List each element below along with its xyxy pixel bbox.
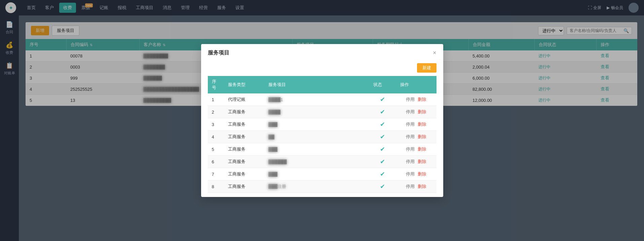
modal-cell-action: 停用 删除 [396, 168, 437, 180]
modal-cell-seq: 6 [208, 156, 224, 168]
modal-cell-action: 停用 删除 [396, 118, 437, 131]
modal-title: 服务项目 [208, 49, 229, 56]
modal-header-row: 序号 服务类型 服务项目 状态 操作 [208, 76, 437, 93]
disable-button[interactable]: 停用 [406, 134, 415, 139]
modal-cell-type: 工商服务 [224, 106, 264, 118]
modal-cell-action: 停用 删除 [396, 156, 437, 168]
modal-cell-seq: 7 [208, 168, 224, 180]
modal-table-row: 3 工商服务 ███ ✔ 停用 删除 [208, 118, 437, 131]
modal-cell-item: ████ [264, 106, 369, 118]
modal-cell-action: 停用 删除 [396, 143, 437, 156]
modal-cell-status: ✔ [369, 143, 396, 156]
disable-button[interactable]: 停用 [406, 184, 415, 189]
modal-cell-type: 工商服务 [224, 143, 264, 156]
modal-toolbar: 新建 [208, 63, 437, 73]
modal-cell-action: 停用 删除 [396, 93, 437, 106]
delete-button[interactable]: 删除 [418, 171, 426, 176]
modal-col-action: 操作 [396, 76, 437, 93]
modal-table-wrap[interactable]: 序号 服务类型 服务项目 状态 操作 1 代理记账 ████1 ✔ 停用 删除 … [208, 76, 437, 193]
modal-cell-type: 工商服务 [224, 156, 264, 168]
modal-table-row: 6 工商服务 ██████ ✔ 停用 删除 [208, 156, 437, 168]
modal-cell-status: ✔ [369, 168, 396, 180]
status-check-icon: ✔ [380, 171, 385, 177]
delete-button[interactable]: 删除 [418, 97, 426, 102]
status-check-icon: ✔ [380, 109, 385, 115]
disable-button[interactable]: 停用 [406, 147, 415, 152]
modal-cell-seq: 1 [208, 93, 224, 106]
modal-cell-action: 停用 删除 [396, 180, 437, 193]
modal-cell-type: 代理记账 [224, 93, 264, 106]
modal-cell-status: ✔ [369, 106, 396, 118]
modal-cell-item: ███ [264, 118, 369, 131]
modal-cell-type: 工商服务 [224, 131, 264, 143]
modal-cell-status: ✔ [369, 118, 396, 131]
modal-col-item: 服务项目 [264, 76, 369, 93]
modal-cell-type: 工商服务 [224, 168, 264, 180]
modal-cell-seq: 4 [208, 131, 224, 143]
modal-close-button[interactable]: × [433, 49, 437, 56]
disable-button[interactable]: 停用 [406, 109, 415, 114]
modal-overlay[interactable]: 服务项目 × 新建 序号 服务类型 服务项目 状态 操作 [0, 0, 644, 241]
modal-cell-item: ███ [264, 168, 369, 180]
modal-cell-item: ██████ [264, 156, 369, 168]
delete-button[interactable]: 删除 [418, 184, 426, 189]
status-check-icon: ✔ [380, 133, 385, 140]
modal-cell-action: 停用 删除 [396, 106, 437, 118]
modal-cell-type: 工商服务 [224, 180, 264, 193]
modal-cell-seq: 5 [208, 143, 224, 156]
modal-cell-item: ████1 [264, 93, 369, 106]
modal-cell-seq: 2 [208, 106, 224, 118]
modal-cell-status: ✔ [369, 180, 396, 193]
disable-button[interactable]: 停用 [406, 97, 415, 102]
modal-cell-status: ✔ [369, 93, 396, 106]
disable-button[interactable]: 停用 [406, 171, 415, 176]
modal-cell-seq: 8 [208, 180, 224, 193]
modal-body: 新建 序号 服务类型 服务项目 状态 操作 1 代理记账 [201, 59, 443, 197]
modal-cell-status: ✔ [369, 156, 396, 168]
modal-cell-action: 停用 删除 [396, 131, 437, 143]
delete-button[interactable]: 删除 [418, 122, 426, 127]
modal-col-status: 状态 [369, 76, 396, 93]
modal-table-row: 4 工商服务 ██ ✔ 停用 删除 [208, 131, 437, 143]
status-check-icon: ✔ [380, 183, 385, 190]
modal-header: 服务项目 × [201, 44, 443, 59]
modal-new-button[interactable]: 新建 [417, 63, 437, 73]
disable-button[interactable]: 停用 [406, 122, 415, 127]
status-check-icon: ✔ [380, 121, 385, 128]
service-item-modal: 服务项目 × 新建 序号 服务类型 服务项目 状态 操作 [201, 44, 443, 197]
modal-col-type: 服务类型 [224, 76, 264, 93]
modal-table-row: 5 工商服务 ███ ✔ 停用 删除 [208, 143, 437, 156]
status-check-icon: ✔ [380, 158, 385, 165]
status-check-icon: ✔ [380, 96, 385, 103]
modal-cell-status: ✔ [369, 131, 396, 143]
modal-table-row: 1 代理记账 ████1 ✔ 停用 删除 [208, 93, 437, 106]
delete-button[interactable]: 删除 [418, 147, 426, 152]
modal-table: 序号 服务类型 服务项目 状态 操作 1 代理记账 ████1 ✔ 停用 删除 … [208, 76, 437, 193]
modal-table-row: 2 工商服务 ████ ✔ 停用 删除 [208, 106, 437, 118]
status-check-icon: ✔ [380, 146, 385, 153]
modal-cell-item: ██ [264, 131, 369, 143]
modal-col-seq: 序号 [208, 76, 224, 93]
delete-button[interactable]: 删除 [418, 134, 426, 139]
delete-button[interactable]: 删除 [418, 159, 426, 164]
delete-button[interactable]: 删除 [418, 109, 426, 114]
modal-table-row: 8 工商服务 ███注册 ✔ 停用 删除 [208, 180, 437, 193]
modal-cell-seq: 3 [208, 118, 224, 131]
modal-cell-item: ███注册 [264, 180, 369, 193]
modal-cell-item: ███ [264, 143, 369, 156]
disable-button[interactable]: 停用 [406, 159, 415, 164]
modal-table-row: 7 工商服务 ███ ✔ 停用 删除 [208, 168, 437, 180]
modal-cell-type: 工商服务 [224, 118, 264, 131]
